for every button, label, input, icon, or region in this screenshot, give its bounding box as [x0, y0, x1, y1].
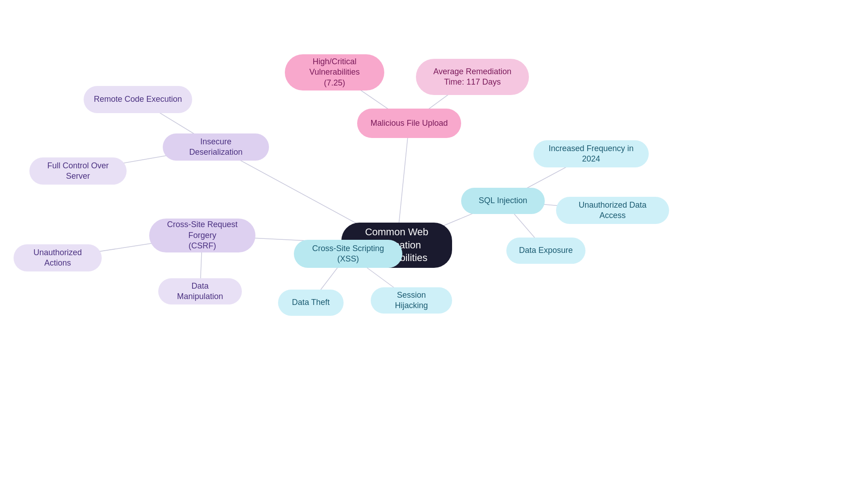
xss-label: Cross-Site Scripting (XSS) — [304, 243, 392, 265]
unauthorized-data-label: Unauthorized Data Access — [566, 200, 659, 221]
node-full-control: Full Control Over Server — [29, 157, 127, 185]
node-increased-freq: Increased Frequency in 2024 — [533, 140, 649, 167]
node-xss: Cross-Site Scripting (XSS) — [294, 240, 402, 268]
node-data-manipulation: Data Manipulation — [158, 278, 242, 304]
node-sql-injection: SQL Injection — [461, 188, 545, 214]
data-manipulation-label: Data Manipulation — [168, 281, 232, 302]
session-hijacking-label: Session Hijacking — [381, 290, 442, 311]
node-csrf: Cross-Site Request Forgery (CSRF) — [149, 219, 255, 252]
data-theft-label: Data Theft — [292, 297, 330, 308]
data-exposure-label: Data Exposure — [519, 245, 573, 256]
node-remote-code: Remote Code Execution — [84, 86, 192, 113]
node-unauthorized-actions: Unauthorized Actions — [14, 244, 102, 271]
node-insecure-deser: Insecure Deserialization — [163, 133, 269, 161]
node-high-critical: High/Critical Vulnerabilities (7.25) — [285, 54, 384, 90]
sql-injection-label: SQL Injection — [479, 195, 527, 206]
malicious-file-label: Malicious File Upload — [370, 118, 448, 128]
node-unauthorized-data: Unauthorized Data Access — [556, 197, 669, 224]
increased-freq-label: Increased Frequency in 2024 — [543, 143, 639, 165]
node-session-hijacking: Session Hijacking — [371, 287, 452, 314]
node-avg-remediation: Average Remediation Time: 117 Days — [416, 59, 529, 95]
node-data-exposure: Data Exposure — [506, 238, 585, 264]
avg-remediation-label: Average Remediation Time: 117 Days — [426, 67, 519, 88]
csrf-label: Cross-Site Request Forgery (CSRF) — [159, 219, 245, 251]
high-critical-label: High/Critical Vulnerabilities (7.25) — [295, 57, 374, 88]
full-control-label: Full Control Over Server — [39, 161, 117, 182]
insecure-deser-label: Insecure Deserialization — [173, 137, 259, 158]
node-malicious-file: Malicious File Upload — [357, 109, 461, 138]
node-data-theft: Data Theft — [278, 290, 344, 316]
unauthorized-actions-label: Unauthorized Actions — [24, 247, 92, 269]
remote-code-label: Remote Code Execution — [94, 94, 182, 105]
